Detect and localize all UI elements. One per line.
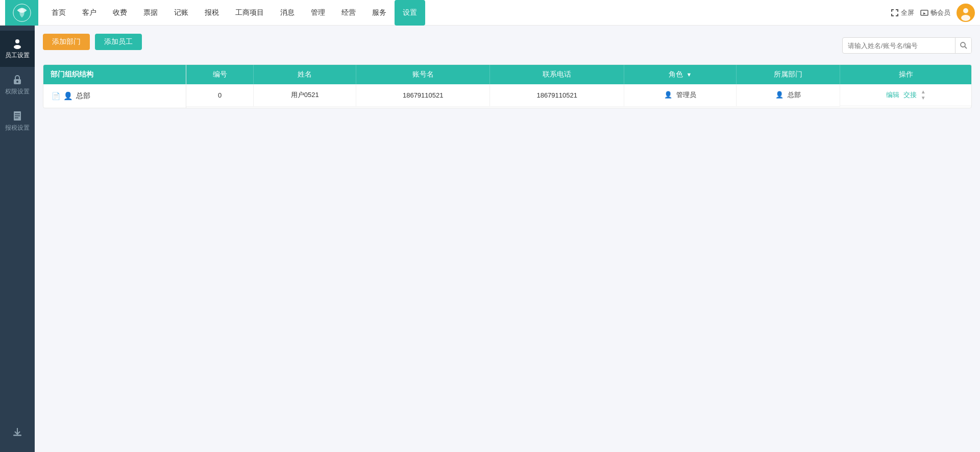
sidebar-item-permissions[interactable]: 权限设置 (0, 67, 35, 103)
content-area: 添加部门 添加员工 部门组织结构 � (35, 26, 980, 452)
search-icon (960, 41, 968, 50)
sidebar-item-permissions-label: 权限设置 (5, 87, 30, 96)
cell-phone: 18679110521 (490, 84, 624, 106)
svg-point-15 (14, 45, 21, 49)
edit-link[interactable]: 编辑 (886, 90, 899, 100)
sidebar-item-taxsettings[interactable]: 报税设置 (0, 103, 35, 139)
nav-item-settings[interactable]: 设置 (395, 0, 425, 26)
avatar[interactable] (957, 4, 975, 22)
report-icon (12, 110, 23, 122)
cell-name: 用户0521 (254, 84, 356, 106)
app-logo (5, 0, 38, 26)
nav-item-operations[interactable]: 经营 (333, 0, 364, 26)
table-row: 0 用户0521 18679110521 18679110521 👤 管理员 👤… (186, 84, 971, 106)
nav-item-customer[interactable]: 客户 (74, 0, 105, 26)
nav-item-fee[interactable]: 收费 (105, 0, 135, 26)
col-name: 姓名 (254, 65, 356, 84)
nav-item-manage[interactable]: 管理 (303, 0, 333, 26)
person-icon (12, 38, 23, 49)
fullscreen-button[interactable]: 全屏 (891, 8, 914, 17)
sidebar-item-employee[interactable]: 员工设置 (0, 31, 35, 67)
nav-item-message[interactable]: 消息 (272, 0, 303, 26)
col-dept: 所属部门 (736, 65, 840, 84)
cell-ops: 编辑 交接 ▲ ▼ (840, 84, 971, 106)
table-header-row: 编号 姓名 账号名 联系电话 角色 ▼ 所属部门 操作 (186, 65, 971, 84)
tree-panel: 部门组织结构 📄 👤 总部 (43, 65, 186, 108)
col-ops: 操作 (840, 65, 971, 84)
nav-item-accounting[interactable]: 记账 (166, 0, 197, 26)
search-input[interactable] (843, 42, 955, 50)
nav-item-service[interactable]: 服务 (364, 0, 395, 26)
tree-item-headquarters[interactable]: 📄 👤 总部 (47, 88, 182, 104)
col-account: 账号名 (356, 65, 489, 84)
cell-role-text: 管理员 (676, 91, 696, 99)
fullscreen-icon (891, 9, 899, 17)
search-button[interactable] (955, 37, 971, 54)
col-id: 编号 (186, 65, 254, 84)
lock-icon (12, 74, 23, 85)
tree-user-icon: 👤 (63, 91, 73, 101)
nav-item-home[interactable]: 首页 (43, 0, 74, 26)
sidebar: 员工设置 权限设置 报税设置 (0, 26, 35, 452)
search-bar (842, 37, 972, 54)
sidebar-item-employee-label: 员工设置 (5, 51, 30, 60)
svg-rect-2 (891, 9, 892, 12)
scroll-down-icon[interactable]: ▼ (921, 96, 926, 101)
sidebar-item-taxsettings-label: 报税设置 (5, 124, 30, 132)
svg-point-17 (16, 81, 18, 83)
cell-account: 18679110521 (356, 84, 489, 106)
vip-button[interactable]: ▶ 畅会员 (920, 8, 950, 17)
sidebar-bottom (10, 419, 25, 452)
action-buttons: 添加部门 添加员工 (43, 34, 142, 50)
add-employee-button[interactable]: 添加员工 (95, 34, 142, 50)
cell-dept-text: 总部 (788, 91, 801, 99)
download-icon (12, 426, 23, 438)
sidebar-item-download[interactable] (10, 419, 25, 445)
table-container: 部门组织结构 📄 👤 总部 编号 姓名 账号名 (43, 64, 972, 108)
svg-rect-21 (15, 117, 18, 118)
role-user-icon: 👤 (664, 91, 672, 99)
vip-icon: ▶ (920, 9, 928, 17)
nav-items: 首页 客户 收费 票据 记账 报税 工商项目 消息 管理 经营 服务 设置 (43, 0, 891, 26)
avatar-icon (958, 5, 974, 21)
tree-header: 部门组织结构 (43, 65, 186, 84)
svg-rect-6 (891, 14, 892, 16)
scroll-up-icon[interactable]: ▲ (921, 89, 926, 94)
svg-point-23 (961, 42, 965, 47)
svg-text:▶: ▶ (923, 12, 926, 15)
tree-item-label: 总部 (76, 91, 90, 101)
nav-right: 全屏 ▶ 畅会员 (891, 4, 975, 22)
filter-icon: ▼ (686, 72, 692, 78)
svg-rect-8 (897, 14, 898, 16)
col-phone: 联系电话 (490, 65, 624, 84)
top-navigation: 首页 客户 收费 票据 记账 报税 工商项目 消息 管理 经营 服务 设置 全屏… (0, 0, 980, 26)
cell-role: 👤 管理员 (624, 84, 736, 106)
nav-item-bill[interactable]: 票据 (135, 0, 166, 26)
vip-label: 畅会员 (930, 8, 950, 17)
row-scroll-widget[interactable]: ▲ ▼ (921, 89, 926, 101)
nav-item-tax[interactable]: 报税 (197, 0, 227, 26)
main-layout: 员工设置 权限设置 报税设置 (0, 26, 980, 452)
cell-dept: 👤 总部 (736, 84, 840, 106)
top-bar: 添加部门 添加员工 (43, 34, 972, 57)
svg-line-24 (965, 46, 967, 49)
handover-link[interactable]: 交接 (903, 90, 917, 100)
cell-id: 0 (186, 84, 254, 106)
svg-point-14 (15, 39, 19, 43)
dept-user-icon: 👤 (775, 91, 783, 99)
nav-item-business[interactable]: 工商项目 (227, 0, 272, 26)
svg-rect-4 (897, 9, 898, 12)
fullscreen-label: 全屏 (901, 8, 914, 17)
svg-rect-19 (15, 113, 20, 114)
logo-icon (12, 3, 32, 22)
svg-point-12 (963, 8, 968, 13)
add-dept-button[interactable]: 添加部门 (43, 34, 90, 50)
right-panel: 编号 姓名 账号名 联系电话 角色 ▼ 所属部门 操作 (186, 65, 971, 108)
svg-point-13 (961, 15, 970, 21)
svg-rect-20 (15, 115, 20, 116)
file-icon: 📄 (52, 92, 60, 100)
tree-body: 📄 👤 总部 (43, 84, 186, 108)
col-role: 角色 ▼ (624, 65, 736, 84)
employee-table: 编号 姓名 账号名 联系电话 角色 ▼ 所属部门 操作 (186, 65, 971, 107)
